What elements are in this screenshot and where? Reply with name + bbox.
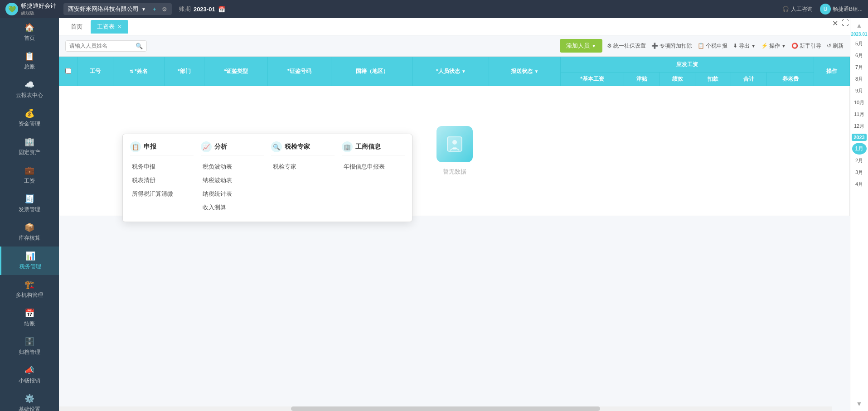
menu-item-tax-fluctuation[interactable]: 税负波动表 xyxy=(201,160,264,174)
sidebar-item-settings[interactable]: ⚙️ 基础设置 xyxy=(0,389,59,411)
archive-icon: 🗄️ xyxy=(24,337,34,347)
sidebar-item-capital[interactable]: 💰 资金管理 xyxy=(0,104,59,132)
date-month-7-2022[interactable]: 7月 xyxy=(852,61,867,73)
menu-item-income-tax[interactable]: 所得税汇算清缴 xyxy=(130,187,194,201)
col-deduction: 扣款 xyxy=(695,73,731,86)
sidebar-label-invoice: 发票管理 xyxy=(19,206,40,213)
date-month-8-2022[interactable]: 8月 xyxy=(852,73,867,85)
special-deduction-button[interactable]: ➕ 专项附加扣除 xyxy=(651,42,692,50)
close-window-icon[interactable]: ✕ xyxy=(832,19,838,28)
sidebar-item-tax[interactable]: 📊 税务管理 xyxy=(0,247,59,275)
tab-salary-table[interactable]: 工资表 ✕ xyxy=(91,20,128,34)
date-month-11-2022[interactable]: 11月 xyxy=(852,108,867,120)
home-icon: 🏠 xyxy=(24,23,34,33)
section-title-business: 🏢 工商信息 xyxy=(342,141,405,155)
maximize-icon[interactable]: ⛶ xyxy=(842,19,849,28)
declaration-icon: 📋 xyxy=(130,141,141,152)
sidebar-item-inventory[interactable]: 📦 库存核算 xyxy=(0,218,59,247)
menu-item-tax-declare[interactable]: 税务申报 xyxy=(130,160,194,174)
refresh-button[interactable]: ↺ 刷新 xyxy=(827,42,844,50)
scrollbar-thumb[interactable] xyxy=(291,406,600,411)
date-month-3-2023[interactable]: 3月 xyxy=(852,166,867,178)
social-insurance-button[interactable]: ⚙ 统一社保设置 xyxy=(607,42,646,50)
menu-item-payment-fluctuation[interactable]: 纳税波动表 xyxy=(201,174,264,187)
date-nav-up[interactable]: ▲ xyxy=(854,20,865,31)
tax-icon: 📊 xyxy=(25,251,35,261)
sidebar-label-ledger: 总账 xyxy=(24,63,35,71)
menu-item-tax-clear[interactable]: 税表清册 xyxy=(130,174,194,187)
export-button[interactable]: ⬇ 导出 ▼ xyxy=(733,42,756,50)
special-deduction-label: 专项附加扣除 xyxy=(659,42,692,50)
select-all-checkbox[interactable] xyxy=(65,68,71,74)
company-selector[interactable]: 西安虾米网络科技有限公司 ▼ ＋ ⚙ xyxy=(63,3,172,15)
add-company-icon[interactable]: ＋ xyxy=(151,5,157,13)
special-deduction-icon: ➕ xyxy=(651,43,658,49)
filter-status-icon[interactable]: ▼ xyxy=(461,69,466,74)
capital-icon: 💰 xyxy=(24,108,34,118)
tab-salary-label: 工资表 xyxy=(97,23,115,31)
export-icon: ⬇ xyxy=(733,43,737,49)
date-month-2-2023[interactable]: 2月 xyxy=(852,155,867,166)
dropdown-section-expert: 🔍 税检专家 税检专家 xyxy=(271,141,335,214)
dropdown-section-business: 🏢 工商信息 年报信息申报表 xyxy=(342,141,405,214)
sidebar-item-promo[interactable]: 📣 小畅报销 xyxy=(0,361,59,389)
sidebar-item-cloud[interactable]: ☁️ 云报表中心 xyxy=(0,75,59,104)
settings-icon[interactable]: ⚙ xyxy=(162,6,167,13)
salary-icon: 💼 xyxy=(24,165,34,175)
sidebar-label-home: 首页 xyxy=(24,34,35,42)
date-month-5-2022[interactable]: 5月 xyxy=(852,38,867,49)
operations-arrow-icon: ▼ xyxy=(781,44,786,48)
sidebar-item-close[interactable]: 📅 结账 xyxy=(0,304,59,332)
tab-home[interactable]: 首页 xyxy=(64,20,89,34)
menu-item-income-simulation[interactable]: 收入测算 xyxy=(201,201,264,214)
sidebar-label-close: 结账 xyxy=(24,320,35,328)
service-button[interactable]: 🎧 人工咨询 xyxy=(782,5,813,13)
filter-report-icon[interactable]: ▼ xyxy=(534,69,539,74)
logo-text-wrap: 畅捷通好会计 旗舰版 xyxy=(21,2,56,16)
period-label: 账期 xyxy=(179,5,191,13)
search-wrap[interactable]: 🔍 xyxy=(65,40,147,52)
operations-icon: ⚡ xyxy=(761,43,768,49)
date-month-10-2022[interactable]: 10月 xyxy=(852,97,867,108)
section-label-analysis: 分析 xyxy=(214,143,227,151)
tax-dropdown-menu: 📋 申报 税务申报 税表清册 所得税汇算清缴 📈 分析 税负波动表 xyxy=(122,134,412,222)
date-month-12-2022[interactable]: 12月 xyxy=(852,120,867,132)
sidebar-item-invoice[interactable]: 🧾 发票管理 xyxy=(0,189,59,218)
col-report-status: 报送状态 ▼ xyxy=(489,57,561,86)
menu-item-expert[interactable]: 税检专家 xyxy=(271,160,335,174)
sidebar-item-multi[interactable]: 🏗️ 多机构管理 xyxy=(0,275,59,304)
operations-button[interactable]: ⚡ 操作 ▼ xyxy=(761,42,786,50)
logo-subtitle: 旗舰版 xyxy=(21,10,56,16)
date-month-6-2022[interactable]: 6月 xyxy=(852,49,867,61)
calendar-icon[interactable]: 📅 xyxy=(218,6,225,13)
col-actions: 操作 xyxy=(814,57,850,86)
date-sidebar: ▲ 2023.01 5月 6月 7月 8月 9月 10月 11月 12月 202… xyxy=(850,18,868,411)
tab-close-icon[interactable]: ✕ xyxy=(117,24,122,30)
tax-return-label: 个税申报 xyxy=(706,42,727,50)
date-month-9-2022[interactable]: 9月 xyxy=(852,85,867,97)
date-nav-down[interactable]: ▼ xyxy=(854,398,865,409)
assets-icon: 🏢 xyxy=(24,137,34,147)
guide-button[interactable]: ⭕ 新手引导 xyxy=(791,42,821,50)
sidebar-item-archive[interactable]: 🗄️ 归档管理 xyxy=(0,332,59,361)
sidebar-item-home[interactable]: 🏠 首页 xyxy=(0,18,59,47)
tax-return-button[interactable]: 📋 个税申报 xyxy=(698,42,727,50)
horizontal-scrollbar[interactable] xyxy=(59,406,832,411)
menu-item-tax-stats[interactable]: 纳税统计表 xyxy=(201,187,264,201)
sidebar-label-capital: 资金管理 xyxy=(19,120,40,128)
settings-sidebar-icon: ⚙️ xyxy=(24,394,34,404)
search-input[interactable] xyxy=(69,43,133,49)
sidebar-item-ledger[interactable]: 📋 总账 xyxy=(0,47,59,75)
col-base-salary: *基本工资 xyxy=(561,73,624,86)
col-salary-group: 应发工资 xyxy=(561,57,814,73)
date-month-1-2023[interactable]: 1月 xyxy=(852,143,867,155)
menu-item-annual-report[interactable]: 年报信息申报表 xyxy=(342,160,405,174)
sidebar-item-assets[interactable]: 🏢 固定资产 xyxy=(0,132,59,161)
tax-return-icon: 📋 xyxy=(698,43,704,49)
user-avatar[interactable]: U 畅捷通B组... xyxy=(820,4,863,15)
section-label-business: 工商信息 xyxy=(355,143,381,151)
col-checkbox[interactable] xyxy=(59,57,78,86)
date-month-4-2023[interactable]: 4月 xyxy=(852,178,867,190)
sidebar-item-salary[interactable]: 💼 工资 xyxy=(0,161,59,189)
add-person-button[interactable]: 添加人员 ▼ xyxy=(560,39,602,53)
